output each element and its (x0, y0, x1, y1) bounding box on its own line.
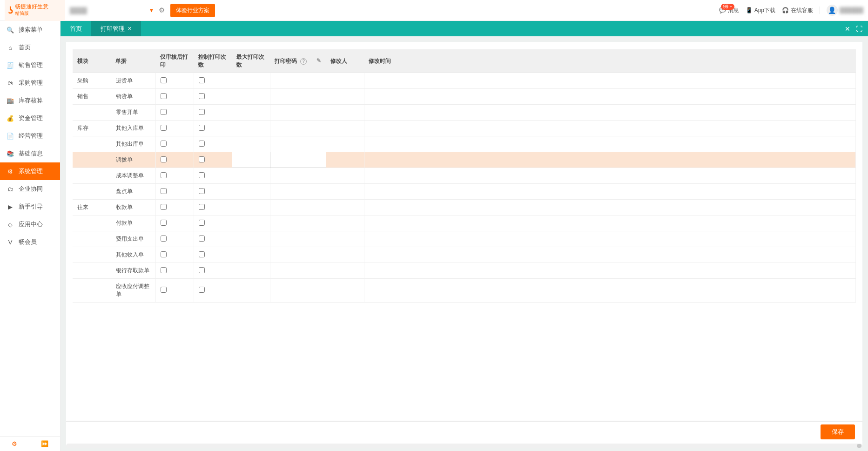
sidebar-item-basic-info[interactable]: 📚基础信息 (0, 145, 60, 162)
user-menu[interactable]: 👤 ██████ (827, 5, 863, 16)
audit-checkbox[interactable] (161, 204, 167, 210)
ctrl-checkbox[interactable] (199, 287, 205, 293)
cell-modtime (364, 279, 856, 303)
sidebar-item-business[interactable]: 📄经营管理 (0, 127, 60, 145)
col-doc: 单据 (111, 49, 155, 73)
chevron-down-icon[interactable]: ▼ (149, 7, 154, 13)
sidebar-item-funds[interactable]: 💰资金管理 (0, 109, 60, 127)
ctrl-checkbox[interactable] (199, 109, 205, 115)
tabs-bar: 首页打印管理✕ ✕ ⛶ (61, 21, 868, 36)
audit-checkbox[interactable] (161, 251, 167, 257)
support-button[interactable]: 🎧 在线客服 (782, 7, 813, 14)
sidebar-item-guide[interactable]: ▶新手引导 (0, 198, 60, 215)
collapse-icon[interactable]: ⏩ (41, 440, 48, 447)
basic-info-icon: 📚 (7, 150, 14, 157)
guide-icon: ▶ (7, 203, 14, 210)
sidebar-item-label: 首页 (19, 43, 31, 52)
fullscreen-icon[interactable]: ⛶ (856, 25, 862, 33)
sidebar-item-system[interactable]: ⚙系统管理 (0, 162, 60, 180)
cell-password (270, 263, 326, 279)
cell-module (73, 105, 111, 121)
horizontal-scrollbar[interactable] (66, 444, 862, 448)
ctrl-checkbox[interactable] (199, 267, 205, 273)
col-password[interactable]: 打印密码 ? ✎ (270, 49, 326, 73)
close-icon[interactable]: ✕ (128, 26, 132, 32)
table-row: 往来收款单 (73, 200, 856, 215)
sidebar-item-inventory[interactable]: 🏬库存核算 (0, 92, 60, 109)
tab-首页[interactable]: 首页 (61, 21, 91, 36)
settings-icon[interactable]: ⚙ (12, 440, 17, 447)
cell-password (270, 200, 326, 215)
cell-doc: 销货单 (111, 89, 155, 105)
system-icon: ⚙ (7, 168, 14, 175)
ctrl-checkbox[interactable] (199, 251, 205, 257)
brand-logo: ʖ 畅捷通好生意 精简版 (5, 0, 65, 21)
tab-label: 首页 (70, 25, 82, 33)
sidebar-item-collab[interactable]: 🗂企业协同 (0, 180, 60, 198)
table-row: 零售开单 (73, 105, 856, 121)
cell-max (232, 184, 270, 200)
gear-icon[interactable]: ⚙ (159, 6, 165, 14)
cell-password[interactable] (270, 152, 326, 168)
cell-max (232, 231, 270, 247)
close-all-tabs-icon[interactable]: ✕ (845, 25, 850, 33)
audit-checkbox[interactable] (161, 93, 167, 99)
audit-checkbox[interactable] (161, 267, 167, 273)
sidebar-item-vip[interactable]: V畅会员 (0, 233, 60, 251)
audit-checkbox[interactable] (161, 109, 167, 115)
save-button[interactable]: 保存 (821, 424, 855, 439)
table-row: 其他收入单 (73, 247, 856, 263)
tenant-selector[interactable]: ████ (70, 7, 149, 14)
edit-icon[interactable]: ✎ (316, 57, 321, 64)
headset-icon: 🎧 (782, 7, 789, 13)
audit-checkbox[interactable] (161, 156, 167, 162)
cell-ctrl (194, 279, 232, 303)
audit-checkbox[interactable] (161, 77, 167, 83)
table-row: 应收应付调整单 (73, 279, 856, 303)
ctrl-checkbox[interactable] (199, 204, 205, 210)
cell-modtime (364, 231, 856, 247)
sidebar-item-label: 销售管理 (19, 61, 43, 69)
ctrl-checkbox[interactable] (199, 156, 205, 162)
ctrl-checkbox[interactable] (199, 141, 205, 147)
audit-checkbox[interactable] (161, 220, 167, 226)
ctrl-checkbox[interactable] (199, 77, 205, 83)
ctrl-checkbox[interactable] (199, 220, 205, 226)
sidebar-item-search-menu[interactable]: 🔍搜索菜单 (0, 21, 60, 39)
industry-plan-button[interactable]: 体验行业方案 (170, 4, 215, 17)
tabs-actions: ✕ ⛶ (845, 21, 868, 36)
sidebar-item-purchase[interactable]: 🛍采购管理 (0, 74, 60, 92)
sidebar-item-sales[interactable]: 🧾销售管理 (0, 56, 60, 74)
cell-modifier (326, 105, 364, 121)
ctrl-checkbox[interactable] (199, 188, 205, 194)
ctrl-checkbox[interactable] (199, 236, 205, 242)
ctrl-checkbox[interactable] (199, 172, 205, 178)
tab-打印管理[interactable]: 打印管理✕ (91, 21, 141, 36)
home-icon: ⌂ (7, 44, 14, 51)
app-download-button[interactable]: 📱 App下载 (746, 7, 775, 14)
cell-max[interactable] (232, 152, 270, 168)
table-row: 盘点单 (73, 184, 856, 200)
sidebar-item-home[interactable]: ⌂首页 (0, 39, 60, 56)
ctrl-checkbox[interactable] (199, 93, 205, 99)
scrollbar-thumb[interactable] (857, 444, 861, 448)
cell-module: 销售 (73, 89, 111, 105)
cell-modtime (364, 152, 856, 168)
audit-checkbox[interactable] (161, 287, 167, 293)
help-icon[interactable]: ? (300, 58, 307, 65)
audit-checkbox[interactable] (161, 141, 167, 147)
audit-checkbox[interactable] (161, 188, 167, 194)
audit-checkbox[interactable] (161, 236, 167, 242)
ctrl-checkbox[interactable] (199, 125, 205, 131)
audit-checkbox[interactable] (161, 172, 167, 178)
cell-modtime (364, 73, 856, 89)
audit-checkbox[interactable] (161, 125, 167, 131)
top-header: ʖ 畅捷通好生意 精简版 ████ ▼ ⚙ 体验行业方案 💬 99 + 消息 📱… (0, 0, 868, 21)
messages-button[interactable]: 💬 99 + 消息 (719, 7, 739, 14)
tab-label: 打印管理 (101, 25, 125, 33)
business-icon: 📄 (7, 133, 14, 140)
sidebar-item-apps[interactable]: ◇应用中心 (0, 215, 60, 233)
cell-modtime (364, 215, 856, 231)
table-row: 银行存取款单 (73, 263, 856, 279)
cell-doc: 其他收入单 (111, 247, 155, 263)
